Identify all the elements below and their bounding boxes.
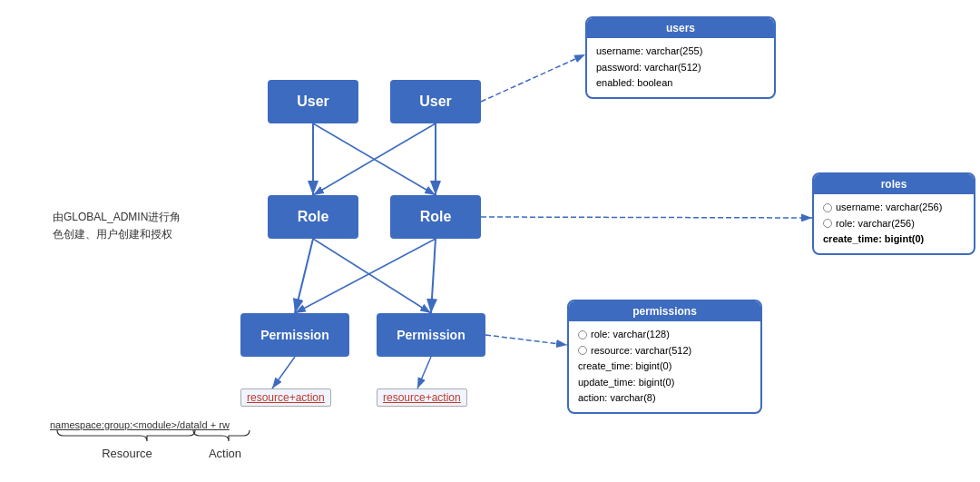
table-row: enabled: boolean: [596, 75, 765, 92]
roles-table: roles username: varchar(256) role: varch…: [812, 172, 975, 255]
roles-table-header: roles: [814, 174, 974, 194]
svg-line-10: [272, 357, 295, 389]
table-row: create_time: bigint(0): [578, 359, 751, 375]
action-label: Action: [198, 447, 252, 460]
svg-line-8: [313, 239, 431, 313]
svg-line-9: [295, 239, 436, 313]
permissions-table: permissions role: varchar(128) resource:…: [567, 300, 762, 414]
key-icon: [578, 346, 587, 355]
table-row: password: varchar(512): [596, 60, 765, 76]
svg-line-4: [313, 123, 436, 195]
svg-line-5: [313, 123, 436, 195]
svg-line-13: [481, 217, 812, 218]
diagram-container: User User Role Role Permission Permissio…: [0, 0, 980, 482]
table-row: role: varchar(128): [578, 327, 751, 343]
user-node-1: User: [268, 80, 358, 123]
path-label: namespace:group:<module>/dataId + rw: [50, 419, 230, 430]
svg-line-11: [417, 357, 431, 389]
table-row: username: varchar(256): [823, 200, 965, 216]
table-row: username: varchar(255): [596, 44, 765, 60]
users-table-header: users: [587, 18, 774, 38]
resource-action-box-2: resource+action: [377, 389, 467, 407]
resource-action-box-1: resource+action: [240, 389, 331, 407]
role-node-1: Role: [268, 195, 358, 239]
permissions-table-header: permissions: [569, 301, 760, 321]
table-row: action: varchar(8): [578, 390, 751, 407]
svg-line-12: [481, 54, 585, 102]
table-row: update_time: bigint(0): [578, 375, 751, 391]
permission-node-1: Permission: [240, 313, 349, 357]
left-annotation: 由GLOBAL_ADMIN进行角 色创建、用户创建和授权: [53, 209, 198, 243]
svg-line-6: [295, 239, 313, 313]
resource-label: Resource: [91, 447, 163, 460]
users-table-body: username: varchar(255) password: varchar…: [587, 38, 774, 97]
user-node-2: User: [390, 80, 481, 123]
table-row: role: varchar(256): [823, 216, 965, 232]
key-icon: [578, 330, 587, 339]
table-row: create_time: bigint(0): [823, 231, 965, 248]
users-table: users username: varchar(255) password: v…: [585, 16, 776, 99]
key-icon: [823, 219, 832, 228]
permission-node-2: Permission: [377, 313, 485, 357]
svg-line-14: [485, 335, 567, 345]
key-icon: [823, 203, 832, 212]
table-row: resource: varchar(512): [578, 343, 751, 359]
role-node-2: Role: [390, 195, 481, 239]
roles-table-body: username: varchar(256) role: varchar(256…: [814, 194, 974, 253]
svg-line-7: [431, 239, 436, 313]
permissions-table-body: role: varchar(128) resource: varchar(512…: [569, 321, 760, 412]
